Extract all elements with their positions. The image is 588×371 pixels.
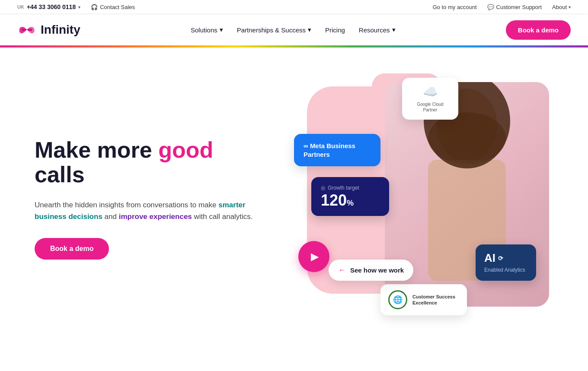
phone-group[interactable]: UK +44 33 3060 0118 ▾ <box>17 3 80 10</box>
topbar: UK +44 33 3060 0118 ▾ 🎧 Contact Sales Go… <box>0 0 588 14</box>
contact-sales-label: Contact Sales <box>100 4 135 10</box>
solutions-chevron-icon: ▾ <box>220 26 223 34</box>
headset-icon: 🎧 <box>91 4 98 10</box>
book-demo-button-hero[interactable]: Book a demo <box>35 238 109 260</box>
phone-label: UK <box>17 4 24 10</box>
growth-suffix: % <box>347 199 354 207</box>
resources-chevron-icon: ▾ <box>392 26 396 34</box>
see-how-link[interactable]: ← See how we work <box>329 260 413 281</box>
google-cloud-icon: ☁️ <box>423 85 438 99</box>
partnerships-label: Partnerships & Success <box>237 26 306 34</box>
contact-sales-link[interactable]: 🎧 Contact Sales <box>91 4 135 10</box>
hero-desc-pre: Unearth the hidden insights from convers… <box>35 201 218 209</box>
play-icon: ▶ <box>311 251 319 263</box>
growth-number: 120% <box>321 193 380 208</box>
hero-desc-mid: and <box>102 212 119 221</box>
hero-title-pre: Make more <box>35 137 158 162</box>
customer-support-label: Customer Support <box>496 4 542 10</box>
nav-partnerships[interactable]: Partnerships & Success ▾ <box>237 26 311 34</box>
navbar: Infinity Solutions ▾ Partnerships & Succ… <box>0 14 588 45</box>
card-growth: ◎ Growth target 120% <box>311 177 389 216</box>
ai-title-text: AI <box>484 251 495 265</box>
hero-title-post: calls <box>35 162 85 187</box>
nav-pricing[interactable]: Pricing <box>325 26 345 34</box>
card-customer: 🌐 Customer Success Excellence <box>380 284 467 315</box>
growth-icon: ◎ <box>321 185 325 191</box>
hero-left: Make more good calls Unearth the hidden … <box>35 138 259 260</box>
nav-solutions[interactable]: Solutions ▾ <box>191 26 223 34</box>
topbar-left: UK +44 33 3060 0118 ▾ 🎧 Contact Sales <box>17 3 135 10</box>
hero-title-highlight: good <box>158 137 213 162</box>
resources-label: Resources <box>359 26 390 34</box>
pricing-label: Pricing <box>325 26 345 34</box>
ai-subtitle: Enabled Analytics <box>484 266 527 274</box>
infinity-logo-icon <box>17 20 36 39</box>
growth-label: ◎ Growth target <box>321 185 380 191</box>
logo-link[interactable]: Infinity <box>17 20 80 39</box>
logo-text: Infinity <box>41 23 80 37</box>
nav-links: Solutions ▾ Partnerships & Success ▾ Pri… <box>191 26 396 34</box>
hero-desc-highlight2: improve experiences <box>119 212 192 221</box>
growth-value: 120 <box>321 191 347 209</box>
nav-resources[interactable]: Resources ▾ <box>359 26 396 34</box>
customer-card-text: Customer Success Excellence <box>412 294 459 306</box>
hero-desc-post: with call analytics. <box>192 212 253 221</box>
ai-title: AI ⟳ <box>484 251 527 265</box>
go-to-account-link[interactable]: Go to my account <box>433 4 477 10</box>
see-how-text: See how we work <box>350 266 404 274</box>
see-how-arrow-icon: ← <box>338 266 346 275</box>
meta-card-text: Meta Business Partners <box>304 142 355 158</box>
hero-title: Make more good calls <box>35 138 259 187</box>
customer-success-icon: 🌐 <box>388 290 407 309</box>
customer-support-link[interactable]: 💬 Customer Support <box>487 4 542 10</box>
hero-right: ☁️ Google Cloud Partner ∞ Meta Business … <box>285 73 553 324</box>
meta-logo-icon: ∞ <box>304 142 310 149</box>
hero-section: Make more good calls Unearth the hidden … <box>0 48 588 341</box>
phone-chevron-icon: ▾ <box>78 5 80 10</box>
card-ai: AI ⟳ Enabled Analytics <box>476 244 536 281</box>
about-chevron-icon: ▾ <box>569 5 571 10</box>
solutions-label: Solutions <box>191 26 217 34</box>
partnerships-chevron-icon: ▾ <box>308 26 311 34</box>
play-button[interactable]: ▶ <box>298 241 329 272</box>
book-demo-button-nav[interactable]: Book a demo <box>506 20 571 40</box>
meta-card-icon: ∞ Meta Business Partners <box>304 142 371 159</box>
phone-number: +44 33 3060 0118 <box>27 3 76 10</box>
card-meta: ∞ Meta Business Partners <box>294 134 380 166</box>
topbar-right: Go to my account 💬 Customer Support Abou… <box>433 4 571 10</box>
hero-description: Unearth the hidden insights from convers… <box>35 199 259 222</box>
growth-label-text: Growth target <box>328 185 359 191</box>
ai-icon: ⟳ <box>498 255 503 262</box>
card-google: ☁️ Google Cloud Partner <box>402 78 458 120</box>
support-icon: 💬 <box>487 4 494 10</box>
google-card-text: Google Cloud Partner <box>411 101 450 113</box>
about-label: About <box>552 4 567 10</box>
about-menu[interactable]: About ▾ <box>552 4 571 10</box>
